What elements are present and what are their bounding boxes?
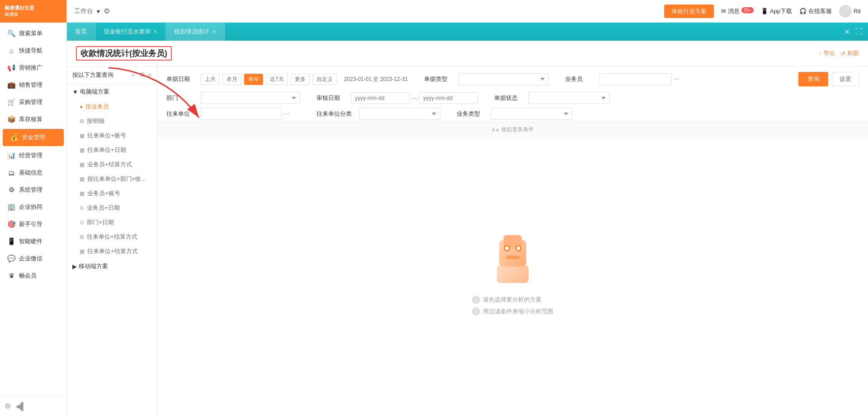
messages-badge: 99+: [741, 7, 754, 13]
scheme-item-partner-dept[interactable]: ▦ 按往来单位+部门+收...: [67, 172, 157, 186]
date-separator: —: [411, 94, 417, 101]
filter-dept-select[interactable]: [201, 92, 300, 104]
scheme-item-partner-account[interactable]: ▦ 往来单位+账号: [67, 128, 157, 143]
user-item[interactable]: Rit: [839, 5, 861, 18]
desktop-scheme-group: ▼ 电脑端方案 ● 按业务员 ⊞ 按明细 ▦ 往来单位+账号 ▦ 往来单位+: [67, 84, 157, 259]
sidebar-item-guide[interactable]: 🎯 新手引导: [0, 216, 66, 233]
messages-item[interactable]: ✉ 消息 99+: [721, 7, 754, 15]
settings-btn[interactable]: 设置: [832, 72, 859, 86]
tab-fullscreen-icon[interactable]: ⛶: [855, 28, 863, 36]
left-panel: 按以下方案查询 ＋ ⚙ « ▼ 电脑端方案 ● 按业务员 ⊞: [67, 66, 157, 415]
scheme-item-partner-account-label: 往来单位+账号: [87, 132, 126, 140]
sidebar-item-member[interactable]: ♛ 畅会员: [0, 267, 66, 284]
sidebar-bottom: ⚙ ◀▌: [0, 397, 66, 415]
scheme-item-partner-settle2[interactable]: ▦ 往来单位+结算方式: [67, 244, 157, 259]
wechat-icon: 💬: [7, 255, 15, 263]
step-1-num: 1: [472, 296, 480, 304]
filter-partner-input[interactable]: [201, 108, 282, 120]
sidebar-item-sales[interactable]: 💼 销售管理: [0, 76, 66, 94]
sidebar-item-wechat[interactable]: 💬 企业微信: [0, 250, 66, 267]
sidebar-item-guide-label: 新手引导: [19, 220, 42, 228]
refresh-icon: ↺: [840, 50, 845, 57]
sidebar-item-purchase[interactable]: 🛒 采购管理: [0, 94, 66, 111]
quicknav-icon: ⌂: [7, 47, 15, 55]
filter-date-7days[interactable]: 近7天: [266, 74, 288, 85]
tab-bank-flow[interactable]: 现金银行流水查询 ✕: [95, 23, 166, 41]
filter-date-custom[interactable]: 自定义: [312, 74, 337, 85]
scheme-item-partner-date[interactable]: ▦ 往来单位+日期: [67, 143, 157, 157]
scheme-item-detail-label: 按明细: [87, 117, 104, 125]
scheme-item-salesperson-account[interactable]: ▦ 业务员+账号: [67, 186, 157, 201]
scheme-item-dept-date[interactable]: ⊙ 部门+日期: [67, 215, 157, 230]
ops-icon: 📊: [7, 151, 15, 160]
add-scheme-icon[interactable]: ＋: [130, 71, 137, 79]
guide-icon: 🎯: [7, 220, 15, 228]
partner-more-icon[interactable]: ···: [284, 110, 290, 118]
scheme-item-salesperson-settle[interactable]: ▦ 业务员+结算方式: [67, 157, 157, 172]
filter-audit-date-to[interactable]: [419, 92, 478, 104]
app-download-item[interactable]: 📱 App下载: [761, 7, 792, 15]
export-btn[interactable]: ↑ 导出: [819, 49, 835, 57]
filter-dept-label: 部门: [166, 94, 193, 102]
filter-partner-category-select[interactable]: [359, 108, 440, 120]
sidebar-item-search[interactable]: 🔍 搜索菜单: [0, 25, 66, 42]
scheme-item-partner-settle1[interactable]: ⊞ 往来单位+结算方式: [67, 230, 157, 244]
filter-status-select[interactable]: [528, 92, 610, 104]
scheme-item-salesperson[interactable]: ● 按业务员: [67, 99, 157, 114]
tab-receipts[interactable]: 收款情况统计 ✕: [166, 23, 225, 41]
query-btn[interactable]: 查询: [798, 72, 828, 86]
trial-btn[interactable]: 体验行业方案: [664, 5, 714, 18]
empty-step-1: 1 请先选择要分析的方案: [472, 294, 553, 306]
filter-date-more[interactable]: 更多: [291, 74, 310, 85]
filter-audit-date-from[interactable]: [351, 92, 410, 104]
sidebar-item-basic[interactable]: 🗂 基础信息: [0, 164, 66, 181]
mobile-scheme-header[interactable]: ▶ 移动端方案: [67, 259, 157, 274]
filter-salesperson-input[interactable]: [599, 73, 672, 85]
filter-type-select[interactable]: [458, 73, 549, 85]
desktop-scheme-header[interactable]: ▼ 电脑端方案: [67, 84, 157, 99]
close-bank-flow-tab-icon[interactable]: ✕: [153, 29, 157, 35]
enterprise-icon: 🏢: [7, 203, 15, 211]
sidebar-item-marketing[interactable]: 📢 营销推广: [0, 59, 66, 76]
sidebar-item-enterprise[interactable]: 🏢 企业协同: [0, 198, 66, 216]
refresh-btn[interactable]: ↺ 刷新: [840, 49, 859, 57]
dropdown-chevron-icon: ▾: [97, 8, 100, 15]
scheme-settings-icon[interactable]: ⚙: [139, 71, 145, 79]
tab-home[interactable]: 首页: [67, 23, 95, 41]
close-receipts-tab-icon[interactable]: ✕: [212, 29, 216, 35]
scheme-item-partner-settle1-label: 往来单位+结算方式: [87, 233, 137, 241]
filter-date-lastmonth[interactable]: 上月: [201, 74, 220, 85]
partner-settle1-icon: ⊞: [80, 234, 84, 240]
sidebar-item-quicknav[interactable]: ⌂ 快捷导航: [0, 42, 66, 59]
online-service-item[interactable]: 🎧 在线客服: [799, 7, 832, 15]
scheme-item-detail[interactable]: ⊞ 按明细: [67, 114, 157, 128]
sidebar-item-hardware[interactable]: 📱 智能硬件: [0, 233, 66, 250]
sidebar-item-inventory[interactable]: 📦 库存核算: [0, 111, 66, 128]
filter-date-thisyear[interactable]: 本年: [244, 74, 263, 85]
mobile-expand-icon: ▶: [72, 263, 77, 270]
topbar-dropdown[interactable]: ▾: [97, 8, 100, 15]
left-panel-title: 按以下方案查询: [72, 71, 113, 79]
scheme-item-salesperson-settle-label: 业务员+结算方式: [87, 160, 132, 169]
filter-salesperson-label: 业务员: [565, 75, 592, 83]
scheme-item-dept-date-label: 部门+日期: [87, 218, 114, 226]
messages-label: 消息: [728, 7, 740, 15]
collapse-panel-icon[interactable]: «: [148, 71, 151, 79]
filter-date-thismonth[interactable]: 本月: [222, 74, 241, 85]
tab-close-all-icon[interactable]: ✕: [844, 28, 850, 36]
salesperson-more-icon[interactable]: ···: [674, 75, 679, 83]
system-icon: ⚙: [7, 186, 15, 194]
page-header: 收款情况统计(按业务员) ↑ 导出 ↺ 刷新: [67, 41, 868, 66]
filter-actions: 查询 设置: [798, 72, 859, 86]
filter-biz-type-select[interactable]: [491, 108, 572, 120]
collapse-sidebar-icon[interactable]: ◀▌: [15, 402, 26, 410]
sidebar-item-basic-label: 基础信息: [19, 169, 42, 177]
mobile-scheme-group: ▶ 移动端方案: [67, 259, 157, 274]
collapse-filter-btn[interactable]: ∧∧ 收起更多条件: [157, 122, 868, 137]
sidebar-item-finance[interactable]: 💰 资金管理: [3, 129, 64, 146]
scheme-item-salesperson-date[interactable]: ⊙ 业务员+日期: [67, 201, 157, 215]
sidebar-item-system[interactable]: ⚙ 系统管理: [0, 181, 66, 198]
settings-bottom-icon[interactable]: ⚙: [5, 402, 11, 410]
topbar-settings-icon[interactable]: ⚙: [104, 7, 110, 15]
sidebar-item-ops[interactable]: 📊 经营管理: [0, 147, 66, 164]
